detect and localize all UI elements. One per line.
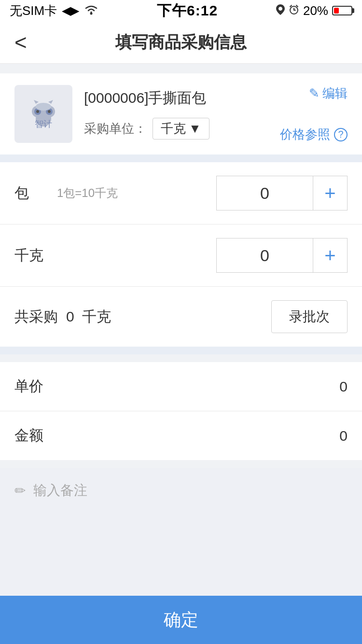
page-title: 填写商品采购信息 [115, 31, 247, 54]
bag-sublabel: 1包=10千克 [57, 185, 216, 201]
kg-quantity-input[interactable] [216, 238, 313, 273]
product-image: 智计 [14, 85, 72, 143]
unit-value: 千克 [161, 120, 186, 137]
kg-input-row: 千克 + [0, 224, 362, 287]
price-section: 单价 0 金额 0 [0, 362, 362, 460]
confirm-bar[interactable]: 确定 [0, 596, 362, 644]
edit-button[interactable]: ✎ 编辑 [309, 85, 348, 102]
back-button[interactable]: < [14, 30, 27, 55]
total-value: 0 [66, 308, 74, 324]
svg-point-9 [36, 103, 51, 111]
bag-input-row: 包 1包=10千克 + [0, 162, 362, 224]
bag-quantity-input[interactable] [216, 176, 313, 210]
separator-1 [0, 154, 362, 162]
remark-placeholder: 输入备注 [33, 481, 87, 500]
svg-point-8 [48, 110, 51, 113]
bag-label: 包 [14, 183, 53, 203]
total-label: 共采购 [14, 308, 58, 324]
alarm-icon [289, 3, 299, 18]
plus-icon-2: + [324, 245, 335, 266]
product-card: 智计 [0000006]手撕面包 采购单位： 千克 ▼ ✎ 编辑 价格参照 ? [0, 73, 362, 154]
back-icon: < [14, 30, 27, 54]
record-batch-button[interactable]: 录批次 [271, 300, 348, 333]
plus-icon: + [324, 182, 335, 204]
status-time: 下午6:12 [157, 1, 218, 21]
battery-tip [352, 8, 354, 13]
svg-point-7 [36, 110, 39, 113]
unit-select[interactable]: 千克 ▼ [153, 118, 209, 140]
amount-row: 金额 0 [0, 411, 362, 460]
confirm-button[interactable]: 确定 [164, 608, 198, 632]
status-bar: 无SIM卡 ◀▶ 下午6:12 20% [0, 0, 362, 21]
wifi-symbol [84, 3, 98, 18]
total-summary: 共采购 0 千克 [14, 307, 111, 327]
unit-price-value: 0 [339, 378, 348, 395]
unit-price-row: 单价 0 [0, 362, 362, 411]
svg-point-0 [90, 12, 93, 14]
unit-label: 采购单位： [84, 120, 147, 137]
help-icon: ? [334, 128, 348, 141]
battery-bar [332, 6, 352, 15]
bag-plus-button[interactable]: + [313, 176, 348, 210]
dropdown-arrow-icon: ▼ [189, 121, 201, 136]
price-reference-button[interactable]: 价格参照 ? [280, 126, 348, 143]
amount-label: 金额 [14, 426, 43, 446]
kg-label: 千克 [14, 246, 53, 266]
svg-marker-10 [34, 100, 39, 104]
input-section: 包 1包=10千克 + 千克 + [0, 162, 362, 287]
amount-value: 0 [339, 428, 348, 444]
bag-input-controls: + [216, 176, 348, 210]
product-name: [0000006]手撕面包 [84, 88, 348, 108]
location-icon [276, 3, 285, 18]
svg-marker-11 [48, 100, 53, 104]
wifi-icon: ◀▶ [62, 4, 79, 17]
total-row: 共采购 0 千克 录批次 [0, 287, 362, 347]
battery-fill [334, 8, 339, 14]
status-right: 20% [276, 3, 352, 18]
unit-price-label: 单价 [14, 377, 43, 396]
battery-percent: 20% [303, 3, 328, 18]
remark-section[interactable]: ✏ 输入备注 [0, 468, 362, 513]
nav-bar: < 填写商品采购信息 [0, 21, 362, 64]
kg-plus-button[interactable]: + [313, 238, 348, 273]
pencil-icon: ✏ [14, 483, 26, 499]
status-left: 无SIM卡 ◀▶ [10, 2, 98, 19]
price-ref-label: 价格参照 [280, 126, 330, 143]
edit-icon: ✎ [309, 86, 320, 101]
kg-input-controls: + [216, 238, 348, 273]
total-unit: 千克 [82, 308, 111, 324]
separator-2 [0, 347, 362, 354]
sim-text: 无SIM卡 [10, 2, 57, 19]
svg-text:智计: 智计 [35, 119, 52, 129]
